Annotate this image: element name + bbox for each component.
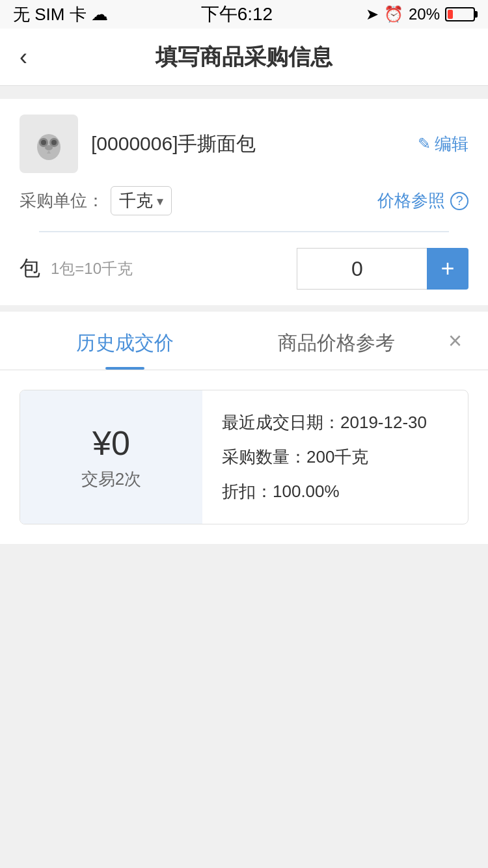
location-icon: ➤ xyxy=(366,5,379,23)
separator-top xyxy=(0,86,488,99)
edit-icon: ✎ xyxy=(418,135,431,153)
status-right: ➤ ⏰ 20% xyxy=(366,5,475,23)
battery-icon xyxy=(445,7,475,21)
unit-label: 采购单位： xyxy=(20,189,104,212)
edit-button[interactable]: ✎ 编辑 xyxy=(418,133,468,156)
signal-text: 无 SIM 卡 ☁ xyxy=(13,3,108,26)
price-main: ¥0 xyxy=(92,424,130,463)
quantity-input[interactable] xyxy=(297,248,427,290)
status-left: 无 SIM 卡 ☁ xyxy=(13,3,108,26)
svg-point-3 xyxy=(41,140,46,145)
price-currency: ¥ xyxy=(92,424,111,462)
tabs-row: 历史成交价 商品价格参考 × xyxy=(0,312,488,370)
price-detail-discount: 折扣：100.00% xyxy=(222,479,448,504)
history-content: ¥0 交易2次 最近成交日期：2019-12-30 采购数量：200千克 折扣：… xyxy=(0,370,488,544)
battery-fill xyxy=(448,10,453,19)
quantity-unit-label: 包 xyxy=(20,254,40,283)
quantity-input-group: + xyxy=(297,248,468,290)
bottom-panel: 历史成交价 商品价格参考 × ¥0 交易2次 最近成交日期：2019-12-30… xyxy=(0,312,488,544)
quantity-left: 包 1包=10千克 xyxy=(20,254,133,283)
tab-close-button[interactable]: × xyxy=(442,321,468,361)
unit-value: 千克 xyxy=(119,189,153,212)
product-header: [0000006]手撕面包 ✎ 编辑 xyxy=(20,115,468,173)
svg-point-4 xyxy=(51,140,57,145)
price-value: 0 xyxy=(111,424,130,462)
nav-bar: ‹ 填写商品采购信息 xyxy=(0,29,488,86)
unit-select[interactable]: 千克 ▾ xyxy=(111,186,172,215)
battery-percent: 20% xyxy=(409,5,440,23)
owl-logo-icon xyxy=(29,124,68,163)
content-area xyxy=(0,544,488,868)
tab-product-price-ref[interactable]: 商品价格参考 xyxy=(230,312,441,370)
product-logo xyxy=(26,121,72,167)
price-card: ¥0 交易2次 最近成交日期：2019-12-30 采购数量：200千克 折扣：… xyxy=(20,390,468,524)
price-detail-quantity: 采购数量：200千克 xyxy=(222,444,448,470)
product-unit-row: 采购单位： 千克 ▾ 价格参照 ? xyxy=(20,186,468,215)
price-reference-button[interactable]: 价格参照 ? xyxy=(377,189,468,212)
product-name: [0000006]手撕面包 xyxy=(91,131,256,157)
tab-history-price[interactable]: 历史成交价 xyxy=(20,312,230,370)
price-card-left: ¥0 交易2次 xyxy=(20,390,202,524)
product-left: [0000006]手撕面包 xyxy=(20,115,256,173)
price-transactions: 交易2次 xyxy=(81,468,141,491)
back-button[interactable]: ‹ xyxy=(20,44,27,71)
product-card: [0000006]手撕面包 ✎ 编辑 采购单位： 千克 ▾ 价格参照 ? xyxy=(0,99,488,231)
edit-label: 编辑 xyxy=(435,133,468,156)
page-title: 填写商品采购信息 xyxy=(156,42,332,72)
price-ref-label: 价格参照 xyxy=(377,189,445,212)
price-detail-date: 最近成交日期：2019-12-30 xyxy=(222,410,448,435)
product-image xyxy=(20,115,78,173)
price-card-right: 最近成交日期：2019-12-30 采购数量：200千克 折扣：100.00% xyxy=(202,390,468,524)
alarm-icon: ⏰ xyxy=(384,5,403,23)
chevron-down-icon: ▾ xyxy=(157,193,163,209)
status-time: 下午6:12 xyxy=(201,2,273,27)
quantity-plus-button[interactable]: + xyxy=(427,248,468,290)
help-icon: ? xyxy=(450,192,468,210)
quantity-row: 包 1包=10千克 + xyxy=(0,232,488,305)
quantity-conversion: 1包=10千克 xyxy=(51,258,133,279)
svg-point-5 xyxy=(45,145,53,150)
status-bar: 无 SIM 卡 ☁ 下午6:12 ➤ ⏰ 20% xyxy=(0,0,488,29)
